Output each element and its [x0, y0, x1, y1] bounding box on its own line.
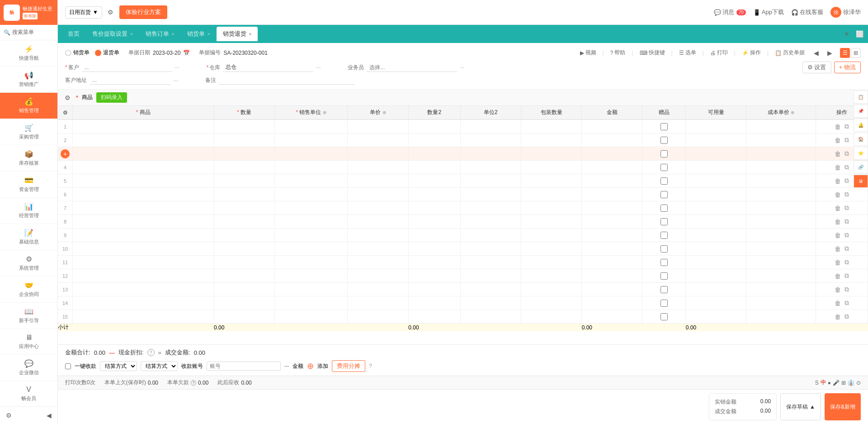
- logistics-button[interactable]: + 物流: [834, 62, 861, 73]
- product-cell[interactable]: [73, 174, 214, 188]
- delete-row-icon[interactable]: 🗑: [834, 258, 842, 267]
- unit2-cell[interactable]: [460, 229, 521, 242]
- qty-cell[interactable]: [214, 147, 274, 161]
- sidebar-item-guide[interactable]: 📖 新手引导: [0, 303, 57, 329]
- unit-cell[interactable]: [274, 242, 348, 256]
- sidebar-item-finance[interactable]: 💳 资金管理: [0, 172, 57, 198]
- price-cell[interactable]: [348, 161, 408, 174]
- float-btn-2[interactable]: 📌: [854, 105, 868, 118]
- qty2-cell[interactable]: [408, 188, 460, 201]
- unit2-cell[interactable]: [460, 161, 521, 174]
- qty-cell[interactable]: [214, 188, 274, 201]
- amount-cell[interactable]: [582, 201, 642, 215]
- address-input[interactable]: [90, 76, 171, 85]
- fee-split-button[interactable]: 费用分摊: [332, 360, 365, 372]
- print-btn[interactable]: 🖨 打印: [708, 48, 731, 58]
- unit-cell[interactable]: [274, 161, 348, 174]
- qty2-cell[interactable]: [408, 256, 460, 269]
- message-btn[interactable]: 💬 消息 70: [714, 8, 746, 16]
- gift-checkbox[interactable]: [660, 232, 668, 239]
- amount-cell[interactable]: [582, 269, 642, 283]
- salesperson-input[interactable]: [367, 63, 457, 72]
- unit2-cell[interactable]: [460, 188, 521, 201]
- delete-row-icon[interactable]: 🗑: [834, 272, 842, 281]
- sidebar-item-system[interactable]: ⚙ 系统管理: [0, 250, 57, 276]
- product-input[interactable]: [75, 151, 211, 157]
- price-cell[interactable]: [348, 296, 408, 310]
- unit-cell[interactable]: [274, 310, 348, 324]
- qty2-cell[interactable]: [408, 269, 460, 283]
- pkgqty-cell[interactable]: [521, 283, 581, 296]
- product-cell[interactable]: [73, 283, 214, 296]
- discount-help-icon[interactable]: ?: [147, 349, 155, 356]
- owe-circle[interactable]: ?: [191, 380, 196, 386]
- settings-button[interactable]: ⚙ 设置: [802, 62, 831, 73]
- float-btn-7[interactable]: 🖥: [854, 175, 868, 188]
- delete-row-icon[interactable]: 🗑: [834, 204, 842, 213]
- gift-checkbox[interactable]: [660, 218, 668, 225]
- pkgqty-cell[interactable]: [521, 161, 581, 174]
- price-cell[interactable]: [348, 269, 408, 283]
- copy-row-icon[interactable]: ⧉: [844, 244, 850, 253]
- unit2-cell[interactable]: [460, 133, 521, 147]
- save-draft-button[interactable]: 保存草稿 ▲: [780, 393, 821, 420]
- unit-cell[interactable]: [274, 147, 348, 161]
- amount-cell[interactable]: [582, 310, 642, 324]
- qty-cell[interactable]: [214, 283, 274, 296]
- sidebar-item-apps[interactable]: 🖥 应用中心: [0, 329, 57, 355]
- price-cell[interactable]: [348, 283, 408, 296]
- amount-cell[interactable]: [582, 283, 642, 296]
- sidebar-item-quick-nav[interactable]: ⚡ 快捷导航: [0, 40, 57, 67]
- tab-sales-order-close[interactable]: ×: [172, 32, 175, 37]
- settings-topbar-icon[interactable]: ⚙: [106, 7, 116, 17]
- gift-checkbox[interactable]: [660, 286, 668, 293]
- unit2-cell[interactable]: [460, 119, 521, 133]
- shortcut-btn[interactable]: ⌨ 快捷键: [637, 48, 668, 58]
- radio-sales-delivery[interactable]: 销货单: [65, 49, 90, 57]
- qty-cell[interactable]: [214, 215, 274, 229]
- copy-row-icon[interactable]: ⧉: [844, 217, 850, 226]
- copy-row-icon[interactable]: ⧉: [844, 176, 850, 186]
- unit2-cell[interactable]: [460, 296, 521, 310]
- fee-help-icon[interactable]: ?: [369, 363, 372, 369]
- tab-sales-delivery[interactable]: 销货单 ×: [181, 27, 217, 41]
- video-btn[interactable]: ▶ 视频: [577, 48, 599, 58]
- copy-row-icon[interactable]: ⧉: [844, 122, 850, 131]
- pkgqty-cell[interactable]: [521, 296, 581, 310]
- tab-sales-return-close[interactable]: ×: [249, 32, 252, 37]
- qty-cell[interactable]: [214, 256, 274, 269]
- price-cell[interactable]: [348, 133, 408, 147]
- product-cell[interactable]: [73, 296, 214, 310]
- pkgqty-cell[interactable]: [521, 201, 581, 215]
- amount-cell[interactable]: [582, 215, 642, 229]
- amount-cell[interactable]: [582, 119, 642, 133]
- amount-cell[interactable]: [582, 229, 642, 242]
- sidebar-settings-icon[interactable]: ⚙: [4, 410, 14, 420]
- gift-checkbox[interactable]: [660, 137, 668, 144]
- unit-cell[interactable]: [274, 296, 348, 310]
- tab-sales-return[interactable]: 销货退货 ×: [217, 27, 258, 41]
- pkgqty-cell[interactable]: [521, 242, 581, 256]
- price-cell[interactable]: [348, 147, 408, 161]
- qty-cell[interactable]: [214, 229, 274, 242]
- unit-cell[interactable]: [274, 256, 348, 269]
- tab-price-extract-close[interactable]: ×: [130, 32, 133, 37]
- unit-cell[interactable]: [274, 174, 348, 188]
- float-btn-1[interactable]: 📋: [854, 91, 868, 104]
- amount-cell[interactable]: [582, 188, 642, 201]
- pkgqty-cell[interactable]: [521, 133, 581, 147]
- product-cell[interactable]: [73, 215, 214, 229]
- online-service-btn[interactable]: 🎧 在线客服: [791, 8, 823, 16]
- delete-row-icon[interactable]: 🗑: [834, 285, 842, 294]
- qty2-cell[interactable]: [408, 215, 460, 229]
- delete-row-icon[interactable]: 🗑: [834, 190, 842, 199]
- pkgqty-cell[interactable]: [521, 269, 581, 283]
- price-cell[interactable]: [348, 242, 408, 256]
- qty2-cell[interactable]: [408, 283, 460, 296]
- select-single-btn[interactable]: ☰ 选单: [676, 48, 699, 58]
- price-cell[interactable]: [348, 215, 408, 229]
- copy-row-icon[interactable]: ⧉: [844, 162, 850, 172]
- copy-row-icon[interactable]: ⧉: [844, 190, 850, 199]
- product-cell[interactable]: [73, 269, 214, 283]
- gift-checkbox[interactable]: [660, 205, 668, 212]
